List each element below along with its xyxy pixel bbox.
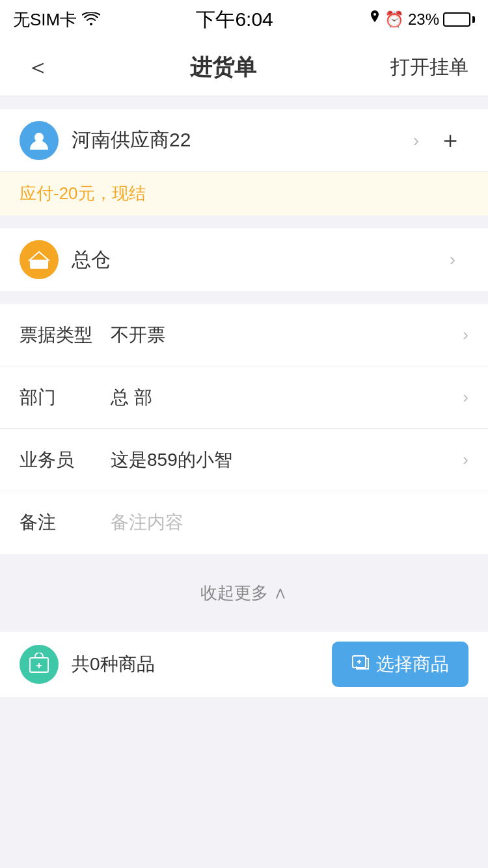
- invoice-chevron-icon: ›: [463, 325, 468, 345]
- dept-row[interactable]: 部门 总 部 ›: [0, 366, 488, 429]
- svg-point-0: [34, 133, 44, 142]
- warehouse-card: 总仓 ›: [0, 228, 488, 291]
- warehouse-row[interactable]: 总仓 ›: [0, 228, 488, 291]
- sales-row[interactable]: 业务员 这是859的小智 ›: [0, 429, 488, 491]
- status-left: 无SIM卡: [13, 8, 100, 31]
- notice-text: 应付-20元，现结: [20, 183, 146, 203]
- warehouse-name: 总仓: [72, 247, 450, 273]
- invoice-label: 票据类型: [20, 323, 98, 347]
- carrier-label: 无SIM卡: [13, 8, 77, 31]
- warehouse-icon: [20, 240, 59, 279]
- select-product-button[interactable]: 选择商品: [332, 642, 468, 687]
- status-bar: 无SIM卡 下午6:04 ⏰ 23%: [0, 0, 488, 39]
- add-button[interactable]: ＋: [432, 118, 468, 163]
- open-pending-button[interactable]: 打开挂单: [390, 54, 468, 81]
- status-right: ⏰ 23%: [369, 10, 475, 29]
- section-gap-1: [0, 96, 488, 109]
- remarks-value[interactable]: 备注内容: [98, 510, 468, 535]
- sales-label: 业务员: [20, 448, 98, 472]
- collapse-bar[interactable]: 收起更多 ∧: [0, 567, 488, 619]
- remarks-label: 备注: [20, 510, 98, 535]
- nav-bar: ＜ 进货单 打开挂单: [0, 39, 488, 96]
- supplier-avatar: [20, 121, 59, 160]
- battery-percent: 23%: [408, 10, 439, 29]
- product-count: 共0种商品: [72, 652, 332, 677]
- select-product-icon: [351, 653, 370, 676]
- dept-value: 总 部: [98, 385, 463, 410]
- location-icon: [369, 10, 381, 29]
- svg-rect-2: [36, 262, 42, 269]
- dept-chevron-icon: ›: [463, 387, 468, 407]
- supplier-name: 河南供应商22: [72, 127, 413, 154]
- bottom-bar: 共0种商品 选择商品: [0, 632, 488, 697]
- supplier-chevron-icon: ›: [413, 130, 419, 151]
- dept-label: 部门: [20, 385, 98, 410]
- collapse-label: 收起更多 ∧: [200, 582, 287, 604]
- alarm-icon: ⏰: [385, 10, 404, 29]
- invoice-row[interactable]: 票据类型 不开票 ›: [0, 304, 488, 366]
- remarks-row[interactable]: 备注 备注内容: [0, 491, 488, 554]
- status-time: 下午6:04: [196, 7, 273, 33]
- notice-bar: 应付-20元，现结: [0, 172, 488, 215]
- wifi-icon: [82, 10, 100, 30]
- invoice-value: 不开票: [98, 323, 463, 347]
- product-icon: [20, 645, 59, 684]
- section-gap-2: [0, 215, 488, 228]
- page-background: [0, 697, 488, 866]
- select-product-label: 选择商品: [376, 652, 449, 677]
- page-title: 进货单: [190, 53, 256, 83]
- back-button[interactable]: ＜: [20, 45, 56, 90]
- battery-icon: [443, 12, 475, 27]
- sales-chevron-icon: ›: [463, 450, 468, 470]
- sales-value: 这是859的小智: [98, 448, 463, 472]
- warehouse-chevron-icon: ›: [450, 249, 455, 270]
- supplier-card: 河南供应商22 › ＋ 应付-20元，现结: [0, 109, 488, 215]
- supplier-row[interactable]: 河南供应商22 › ＋: [0, 109, 488, 172]
- form-section: 票据类型 不开票 › 部门 总 部 › 业务员 这是859的小智 › 备注 备注…: [0, 304, 488, 554]
